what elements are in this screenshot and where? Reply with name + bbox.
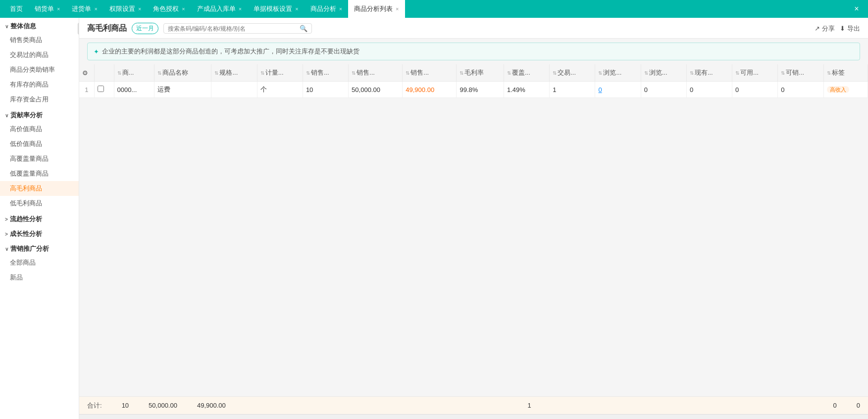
- nav-close-icon[interactable]: ×: [396, 6, 399, 12]
- sort-icon: ⇅: [827, 70, 831, 76]
- nav-item-首页[interactable]: 首页: [4, 0, 29, 18]
- col-header-gross_margin[interactable]: ⇅毛利率: [457, 64, 504, 82]
- sidebar-item-低价值商品[interactable]: 低价值商品: [0, 137, 79, 151]
- nav-close-icon[interactable]: ×: [182, 6, 185, 12]
- nav-close-icon[interactable]: ×: [295, 6, 298, 12]
- sidebar-section-营销推广分析[interactable]: ∨营销推广分析: [0, 240, 79, 255]
- sort-icon: ⇅: [460, 70, 463, 76]
- col-header-saleable[interactable]: ⇅可销...: [778, 64, 823, 82]
- filter-recent-month-button[interactable]: 近一月: [132, 23, 158, 34]
- sidebar-collapse-button[interactable]: «: [78, 23, 79, 35]
- horizontal-scrollbar[interactable]: [79, 414, 868, 419]
- window-close-button[interactable]: ×: [849, 0, 864, 18]
- col-label: 商...: [122, 68, 134, 77]
- col-header-current_stock[interactable]: ⇅现有...: [686, 64, 732, 82]
- sidebar-item-低毛利商品[interactable]: 低毛利商品: [0, 196, 79, 211]
- col-label: 可销...: [786, 68, 804, 77]
- nav-item-角色授权[interactable]: 角色授权×: [147, 0, 191, 18]
- sidebar-item-交易过的商品[interactable]: 交易过的商品: [0, 47, 79, 62]
- sidebar-item-库存资金占用[interactable]: 库存资金占用: [0, 92, 79, 107]
- col-label: 销售...: [311, 68, 329, 77]
- col-header-sales_qty[interactable]: ⇅销售...: [303, 64, 348, 82]
- cell-sales_amount: 50,000.00: [349, 82, 403, 98]
- cell-trade: 1: [550, 82, 595, 98]
- section-title-label: 营销推广分析: [10, 244, 49, 253]
- top-navigation: 首页销货单×进货单×权限设置×角色授权×产成品入库单×单据模板设置×商品分析×商…: [0, 0, 868, 18]
- section-arrow-icon: ∨: [5, 24, 8, 29]
- col-header-browse1[interactable]: ⇅浏览...: [595, 64, 641, 82]
- sidebar-item-低覆盖量商品[interactable]: 低覆盖量商品: [0, 166, 79, 181]
- cell-browse1[interactable]: 0: [595, 82, 641, 98]
- nav-item-商品分析列表[interactable]: 商品分析列表×: [348, 0, 405, 18]
- row-checkbox[interactable]: [98, 86, 104, 92]
- info-icon: ✦: [94, 48, 99, 55]
- col-header-trade[interactable]: ⇅交易...: [550, 64, 595, 82]
- cell-gross_margin: 99.8%: [457, 82, 504, 98]
- sidebar-item-新品[interactable]: 新品: [0, 270, 79, 285]
- cell-browse2: 0: [641, 82, 686, 98]
- section-title-label: 整体信息: [10, 22, 36, 31]
- main-layout: « ∨整体信息销售类商品交易过的商品商品分类助销率有库存的商品库存资金占用∨贡献…: [0, 18, 868, 419]
- sidebar-item-高毛利商品[interactable]: 高毛利商品: [0, 181, 79, 196]
- search-input[interactable]: [168, 25, 300, 32]
- col-header-code[interactable]: ⇅商...: [114, 64, 154, 82]
- cell-checkbox[interactable]: [94, 82, 114, 98]
- sort-icon: ⇅: [214, 70, 218, 76]
- sort-icon: ⇅: [406, 70, 409, 76]
- sidebar-item-销售类商品[interactable]: 销售类商品: [0, 33, 79, 47]
- nav-item-权限设置[interactable]: 权限设置×: [103, 0, 147, 18]
- nav-item-销货单[interactable]: 销货单×: [29, 0, 66, 18]
- col-header-settings: ⚙: [79, 64, 94, 82]
- nav-close-icon[interactable]: ×: [339, 6, 342, 12]
- section-arrow-icon: >: [5, 232, 8, 237]
- footer-saleable: 0: [857, 402, 860, 409]
- export-button[interactable]: ⬇ 导出: [840, 24, 860, 33]
- export-label: 导出: [847, 24, 860, 33]
- sidebar-item-高价值商品[interactable]: 高价值商品: [0, 122, 79, 137]
- sidebar-item-全部商品[interactable]: 全部商品: [0, 255, 79, 270]
- nav-close-icon[interactable]: ×: [94, 6, 97, 12]
- nav-item-单据模板设置[interactable]: 单据模板设置×: [248, 0, 304, 18]
- table-container[interactable]: ⚙⇅商...⇅商品名称⇅规格...⇅计量...⇅销售...⇅销售...⇅销售..…: [79, 64, 868, 396]
- sidebar-section-流趋性分析[interactable]: >流趋性分析: [0, 211, 79, 226]
- cell-tag[interactable]: 高收入: [823, 82, 868, 98]
- col-header-coverage[interactable]: ⇅覆盖...: [504, 64, 550, 82]
- col-header-tag[interactable]: ⇅标签: [823, 64, 868, 82]
- sidebar-item-有库存的商品[interactable]: 有库存的商品: [0, 77, 79, 92]
- col-header-sales_cost[interactable]: ⇅销售...: [403, 64, 457, 82]
- nav-close-icon[interactable]: ×: [239, 6, 242, 12]
- sort-icon: ⇅: [644, 70, 648, 76]
- search-icon[interactable]: 🔍: [300, 25, 307, 32]
- nav-item-产成品入库单[interactable]: 产成品入库单×: [191, 0, 248, 18]
- col-header-name[interactable]: ⇅商品名称: [154, 64, 211, 82]
- sort-icon: ⇅: [553, 70, 557, 76]
- footer-sales-qty: 10: [122, 402, 129, 409]
- sidebar-item-高覆盖量商品[interactable]: 高覆盖量商品: [0, 151, 79, 166]
- nav-close-icon[interactable]: ×: [57, 6, 60, 12]
- col-label: 销售...: [410, 68, 429, 77]
- col-header-unit[interactable]: ⇅计量...: [257, 64, 303, 82]
- sidebar-section-整体信息[interactable]: ∨整体信息: [0, 18, 79, 33]
- info-banner-text: 企业的主要的利润都是这部分商品创造的，可考虑加大推广，同时关注库存是不要出现缺货: [102, 47, 359, 56]
- sort-icon: ⇅: [690, 70, 694, 76]
- share-button[interactable]: ↗ 分享: [815, 24, 835, 33]
- sidebar-section-贡献率分析[interactable]: ∨贡献率分析: [0, 107, 79, 122]
- data-table: ⚙⇅商...⇅商品名称⇅规格...⇅计量...⇅销售...⇅销售...⇅销售..…: [79, 64, 868, 98]
- nav-close-icon[interactable]: ×: [138, 6, 141, 12]
- col-header-browse2[interactable]: ⇅浏览...: [641, 64, 686, 82]
- col-header-available_stock[interactable]: ⇅可用...: [732, 64, 778, 82]
- cell-sales_cost: 49,900.00: [403, 82, 457, 98]
- content-header: 高毛利商品 近一月 🔍 ↗ 分享 ⬇ 导出: [79, 18, 868, 39]
- col-label: 毛利率: [464, 68, 484, 77]
- sidebar-item-商品分类助销率[interactable]: 商品分类助销率: [0, 62, 79, 77]
- col-header-spec[interactable]: ⇅规格...: [211, 64, 257, 82]
- nav-item-进货单[interactable]: 进货单×: [66, 0, 103, 18]
- cell-name: 运费: [154, 82, 211, 98]
- col-label: 交易...: [558, 68, 576, 77]
- sidebar-section-成长性分析[interactable]: >成长性分析: [0, 226, 79, 240]
- col-header-checkbox: [94, 64, 114, 82]
- col-header-sales_amount[interactable]: ⇅销售...: [349, 64, 403, 82]
- sort-icon: ⇅: [598, 70, 602, 76]
- cell-spec: [211, 82, 257, 98]
- nav-item-商品分析[interactable]: 商品分析×: [305, 0, 348, 18]
